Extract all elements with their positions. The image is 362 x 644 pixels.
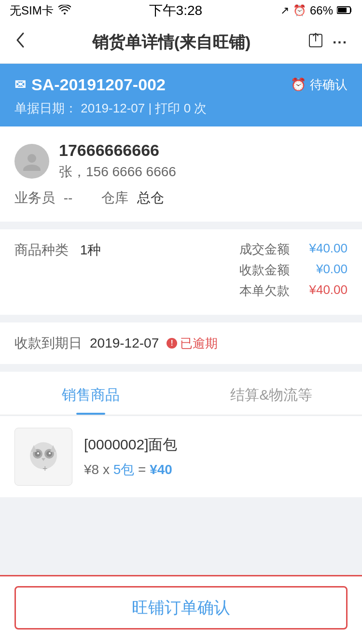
order-number-icon: ✉ (14, 77, 26, 93)
amount-row-owed: 本单欠款 ¥40.00 (239, 282, 348, 299)
battery-icon (337, 4, 352, 17)
tabs: 销售商品 结算&物流等 (0, 372, 362, 415)
order-date-value: 2019-12-07 (81, 101, 145, 115)
order-number: ✉ SA-20191207-002 (14, 75, 166, 94)
product-name: [0000002]面包 (84, 435, 348, 455)
product-owl-icon: + (24, 435, 63, 478)
overdue-text: 已逾期 (180, 335, 218, 352)
amount-row-deal: 成交金额 ¥40.00 (239, 241, 348, 258)
amount-section: 商品种类 1种 成交金额 ¥40.00 收款金额 ¥0.00 本单欠款 ¥40.… (0, 229, 362, 315)
status-time: 下午3:28 (149, 1, 203, 20)
received-label: 收款金额 (239, 262, 290, 279)
order-status: ⏰ 待确认 (291, 76, 348, 93)
status-clock-icon: ⏰ (291, 77, 306, 92)
tab-settlement[interactable]: 结算&物流等 (181, 372, 362, 415)
nav-bar: 销货单详情(来自旺铺) ··· (0, 21, 362, 64)
order-date-row: 单据日期： 2019-12-07 | 打印 0 次 (14, 100, 348, 117)
warehouse-label: 仓库 (101, 190, 128, 205)
kinds-label: 商品种类 (14, 242, 69, 257)
order-print-unit: 次 (194, 101, 207, 115)
status-left: 无SIM卡 (10, 3, 71, 18)
amount-row-received: 收款金额 ¥0.00 (239, 262, 348, 279)
sales-item: 业务员 -- (14, 189, 72, 207)
order-header-top: ✉ SA-20191207-002 ⏰ 待确认 (14, 75, 348, 94)
customer-name: 张，156 6666 6666 (59, 163, 176, 181)
price-equals: = (138, 462, 150, 477)
amounts-list: 成交金额 ¥40.00 收款金额 ¥0.00 本单欠款 ¥40.00 (239, 241, 348, 303)
order-print-label: | 打印 (148, 101, 183, 115)
warehouse-item: 仓库 总仓 (101, 189, 164, 207)
price-total: ¥40 (150, 462, 172, 477)
customer-info: 17666666666 张，156 6666 6666 (59, 141, 176, 181)
warehouse-value: 总仓 (137, 190, 164, 205)
sales-label: 业务员 (14, 190, 55, 205)
kinds-value: 1种 (80, 242, 101, 257)
product-item: + [0000002]面包 ¥8 x 5包 = ¥40 (0, 416, 362, 497)
svg-text:+: + (42, 464, 48, 474)
overdue-badge: ! 已逾期 (167, 335, 218, 352)
page-title: 销货单详情(来自旺铺) (43, 31, 299, 54)
more-icon[interactable]: ··· (333, 34, 348, 51)
svg-rect-1 (338, 8, 347, 13)
confirm-button-wrap: 旺铺订单确认 (0, 575, 362, 644)
deal-value: ¥40.00 (309, 241, 348, 258)
order-number-text: SA-20191207-002 (31, 75, 166, 94)
customer-row: 17666666666 张，156 6666 6666 (14, 141, 348, 181)
due-section: 收款到期日 2019-12-07 ! 已逾期 (0, 322, 362, 364)
alarm-icon: ⏰ (293, 4, 306, 17)
svg-point-10 (37, 452, 39, 454)
sales-value: -- (64, 190, 73, 205)
customer-phone: 17666666666 (59, 141, 176, 160)
order-date-label: 单据日期： (14, 101, 77, 115)
owed-label: 本单欠款 (239, 282, 290, 299)
tab-sales-goods[interactable]: 销售商品 (0, 372, 181, 415)
nav-actions: ··· (299, 32, 348, 52)
wifi-icon (58, 4, 71, 17)
owed-value: ¥40.00 (309, 282, 348, 299)
location-icon: ↗ (280, 4, 289, 17)
product-section: + [0000002]面包 ¥8 x 5包 = ¥40 (0, 416, 362, 497)
customer-meta: 业务员 -- 仓库 总仓 (14, 189, 348, 207)
product-info: [0000002]面包 ¥8 x 5包 = ¥40 (84, 435, 348, 479)
status-bar: 无SIM卡 下午3:28 ↗ ⏰ 66% (0, 0, 362, 21)
back-button[interactable] (14, 30, 43, 54)
overdue-dot-icon: ! (167, 338, 177, 349)
svg-point-11 (49, 452, 51, 454)
customer-section: 17666666666 张，156 6666 6666 业务员 -- 仓库 总仓 (0, 126, 362, 222)
price-qty: 5包 (113, 462, 135, 477)
order-header: ✉ SA-20191207-002 ⏰ 待确认 单据日期： 2019-12-07… (0, 64, 362, 126)
deal-label: 成交金额 (239, 241, 290, 258)
due-label: 收款到期日 (14, 334, 82, 352)
status-text: 待确认 (310, 76, 348, 93)
battery-percent: 66% (310, 4, 333, 17)
product-image: + (14, 428, 72, 486)
price-label: ¥8 x (84, 462, 110, 477)
received-value: ¥0.00 (316, 262, 348, 279)
svg-point-3 (28, 154, 36, 163)
product-price: ¥8 x 5包 = ¥40 (84, 461, 348, 479)
svg-point-4 (23, 165, 41, 171)
tabs-section: 销售商品 结算&物流等 (0, 372, 362, 415)
carrier-text: 无SIM卡 (10, 3, 54, 18)
status-right: ↗ ⏰ 66% (280, 4, 352, 17)
confirm-button[interactable]: 旺铺订单确认 (14, 586, 348, 630)
product-kinds: 商品种类 1种 (14, 241, 101, 259)
avatar (14, 144, 49, 179)
order-print-count: 0 (184, 101, 191, 115)
share-icon[interactable] (308, 32, 323, 52)
due-date: 2019-12-07 (90, 336, 159, 351)
